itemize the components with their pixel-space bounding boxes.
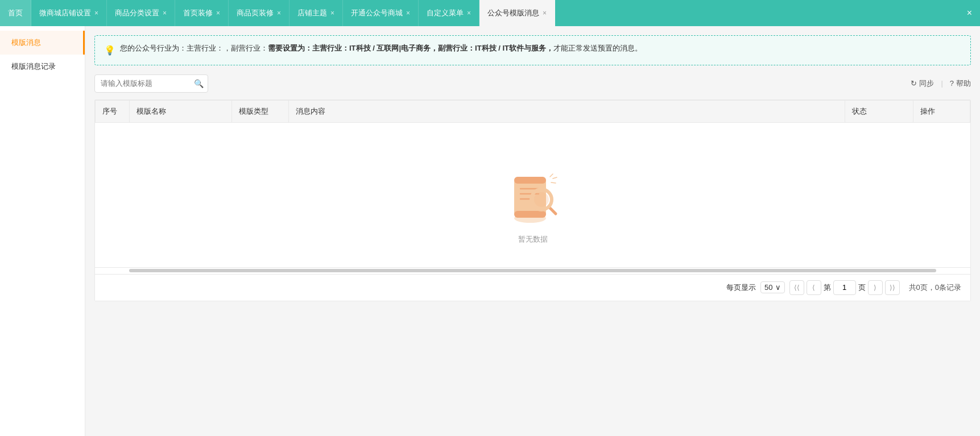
pagination-bar: 每页显示 50 ∨ ⟨⟨ ⟨ 第 页 ⟩ ⟩⟩ 共0页，0条记录 [95,274,970,301]
notice-box: 💡 您的公众号行业为：主营行业：，副营行业：需要设置为：主营行业：IT科技 / … [94,35,971,65]
svg-rect-3 [514,211,546,218]
sidebar: 模版消息模版消息记录 [0,26,85,436]
notice-text: 您的公众号行业为：主营行业：，副营行业：需要设置为：主营行业：IT科技 / 互联… [120,43,961,55]
empty-illustration [499,157,567,225]
sync-label: 同步 [919,78,934,89]
next-page-button[interactable]: ⟩ [868,280,883,295]
svg-line-10 [550,174,553,177]
sidebar-item-template-msg[interactable]: 模版消息 [0,31,85,55]
close-tab-product-decor[interactable]: × [277,9,281,17]
search-input-wrap: 🔍 [94,74,208,93]
main-layout: 模版消息模版消息记录 💡 您的公众号行业为：主营行业：，副营行业：需要设置为：主… [0,26,980,436]
help-label: 帮助 [956,78,971,89]
page-unit: 页 [858,283,866,293]
col-header-type: 模版类型 [232,100,289,122]
nav-tab-custom-menu[interactable]: 自定义菜单× [419,0,479,26]
scroll-bar-area[interactable] [95,267,970,274]
search-right: ↻ 同步 | ? 帮助 [911,78,971,89]
current-page-input[interactable] [833,280,856,295]
notice-prefix: 您的公众号行业为：主营行业：，副营行业： [120,44,268,52]
nav-tab-home-decor[interactable]: 首页装修× [175,0,229,26]
first-page-button[interactable]: ⟨⟨ [789,280,804,295]
nav-tab-template-msg[interactable]: 公众号模版消息× [479,0,555,26]
col-header-status: 状态 [845,100,913,122]
table-container: 序号模版名称模版类型消息内容状态操作 [94,99,971,301]
help-button[interactable]: ? 帮助 [950,78,971,89]
empty-state: 暂无数据 [96,123,970,267]
sidebar-item-template-record[interactable]: 模版消息记录 [0,55,85,78]
close-tab-home-decor[interactable]: × [216,9,220,17]
nav-tab-product-category[interactable]: 商品分类设置× [107,0,175,26]
close-all-button[interactable]: × [959,8,980,18]
close-tab-custom-menu[interactable]: × [467,9,471,17]
nav-tab-home[interactable]: 首页 [0,0,31,26]
search-icon[interactable]: 🔍 [194,79,204,88]
notice-icon: 💡 [104,43,115,58]
col-header-action: 操作 [913,100,970,122]
svg-line-12 [551,182,556,183]
nav-tab-wshop-setting[interactable]: 微商城店铺设置× [31,0,107,26]
data-table: 序号模版名称模版类型消息内容状态操作 [95,100,970,267]
empty-text: 暂无数据 [518,234,548,244]
scroll-track[interactable] [129,269,936,272]
svg-rect-2 [514,177,546,184]
search-left: 🔍 [94,74,208,93]
nav-tab-open-mall[interactable]: 开通公众号商城× [343,0,419,26]
page-total: 共0页，0条记录 [909,283,961,293]
search-bar: 🔍 ↻ 同步 | ? 帮助 [94,74,971,93]
search-input[interactable] [94,74,208,93]
prev-page-button[interactable]: ⟨ [807,280,821,295]
page-size-select[interactable]: 50 ∨ [760,281,784,293]
close-tab-template-msg[interactable]: × [543,9,547,17]
sync-icon: ↻ [911,79,917,88]
col-header-content: 消息内容 [289,100,845,122]
close-tab-open-mall[interactable]: × [406,9,410,17]
col-header-index: 序号 [96,100,130,122]
help-icon: ? [950,79,954,88]
page-size-value: 50 [764,283,772,292]
svg-point-9 [534,192,549,207]
sync-button[interactable]: ↻ 同步 [911,78,934,89]
svg-line-11 [553,177,557,178]
page-size-label: 每页显示 [726,283,756,293]
notice-suffix: 才能正常发送预置的消息。 [553,44,642,52]
nav-tab-product-decor[interactable]: 商品页装修× [229,0,290,26]
top-navigation: 首页微商城店铺设置×商品分类设置×首页装修×商品页装修×店铺主题×开通公众号商城… [0,0,980,26]
chevron-down-icon: ∨ [775,283,781,292]
notice-highlight: 需要设置为：主营行业：IT科技 / 互联网|电子商务，副营行业：IT科技 / I… [268,44,553,52]
last-page-button[interactable]: ⟩⟩ [885,280,900,295]
page-prefix: 第 [824,283,831,293]
nav-tab-shop-theme[interactable]: 店铺主题× [290,0,343,26]
close-tab-product-category[interactable]: × [163,9,167,17]
close-tab-wshop-setting[interactable]: × [94,9,98,17]
content-area: 💡 您的公众号行业为：主营行业：，副营行业：需要设置为：主营行业：IT科技 / … [85,26,980,436]
close-tab-shop-theme[interactable]: × [330,9,334,17]
page-navigation: ⟨⟨ ⟨ 第 页 ⟩ ⟩⟩ [789,280,900,295]
divider: | [941,79,942,88]
col-header-name: 模版名称 [130,100,232,122]
